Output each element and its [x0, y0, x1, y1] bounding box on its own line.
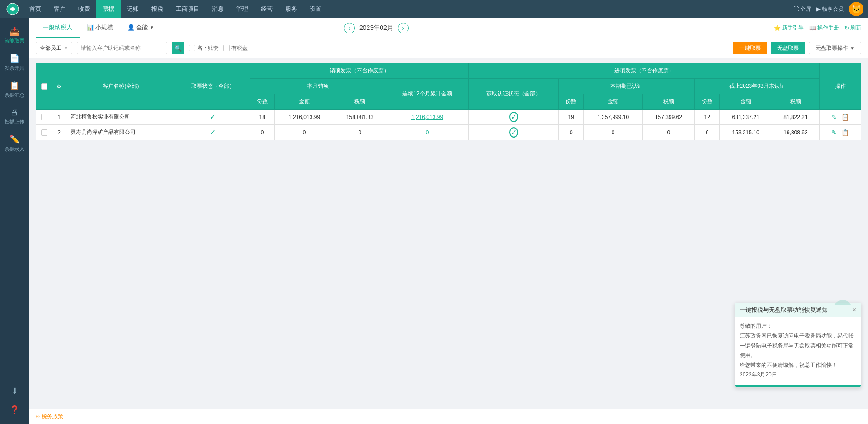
avatar-icon: 🐱 — [851, 4, 861, 14]
row-cumulative-1: 0 — [386, 125, 469, 140]
notification-close-button[interactable]: × — [852, 306, 856, 314]
row-sales-tax-1: 0 — [334, 125, 386, 140]
sidebar-item-smart-ticket[interactable]: 📥 智能取票 — [0, 22, 29, 49]
notification-scroll-bar[interactable] — [735, 385, 861, 387]
nav-invoice[interactable]: 票据 — [96, 0, 121, 18]
header-checkbox-col — [36, 63, 52, 110]
row-cert-status-icon-1: ✓ — [469, 125, 559, 140]
invoice-issue-icon: 📄 — [9, 53, 19, 63]
table-row: 2 灵寿县尚泽矿产品有限公司 ✓ 0 0 0 0 ✓ 0 0 0 6 153,2… — [36, 125, 861, 140]
nav-home[interactable]: 首页 — [23, 0, 47, 18]
prev-month-button[interactable]: ‹ — [344, 23, 355, 33]
row-checkbox-0[interactable] — [36, 110, 52, 125]
row-take-status-1: ✓ — [176, 125, 250, 140]
tab-all-capable[interactable]: 👤 全能 ▼ — [120, 18, 161, 38]
cumulative-link-1[interactable]: 0 — [426, 129, 429, 136]
tax-disk-checkbox[interactable]: 有税盘 — [223, 44, 248, 52]
row-checkbox-1[interactable] — [36, 125, 52, 140]
cumulative-link-0[interactable]: 1,216,013.99 — [411, 114, 443, 120]
row-check-1[interactable] — [41, 129, 47, 136]
header-uncert-tax: 税额 — [772, 94, 819, 110]
sidebar-item-invoice-issue[interactable]: 📄 发票开具 — [0, 49, 29, 76]
refresh-button[interactable]: ↻ 刷新 — [844, 24, 861, 32]
fullscreen-button[interactable]: ⛶ 全屏 — [793, 5, 811, 13]
sidebar-item-help[interactable]: ❓ — [9, 400, 19, 419]
account-set-checkbox[interactable]: 名下账套 — [189, 44, 219, 52]
sub-tabs: 一般纳税人 📊 小规模 👤 全能 ▼ ‹ 2023年02月 › — [29, 18, 868, 38]
row-num-1: 2 — [52, 125, 66, 140]
no-disk-take-button[interactable]: 无盘取票 — [771, 42, 805, 54]
view-icon-0[interactable]: 📋 — [841, 114, 849, 121]
tab-general-taxpayer[interactable]: 一般纳税人 — [36, 18, 80, 38]
no-disk-ops-button[interactable]: 无盘取票操作 ▼ — [809, 42, 861, 54]
row-in-count-0: 19 — [559, 110, 584, 125]
edit-icon-1[interactable]: ✎ — [831, 129, 837, 136]
nav-bookkeeping[interactable]: 记账 — [121, 0, 145, 18]
nav-settings[interactable]: 设置 — [303, 0, 328, 18]
nav-manage[interactable]: 管理 — [230, 0, 255, 18]
tax-disk-check-box[interactable] — [223, 45, 230, 51]
row-sales-count-1: 0 — [250, 125, 275, 140]
customer-search-input[interactable] — [81, 45, 163, 51]
header-cert-count: 份数 — [559, 94, 584, 110]
manual-icon: 📖 — [809, 25, 816, 31]
row-action-0: ✎ 📋 — [820, 110, 861, 125]
sidebar-item-scan-upload[interactable]: 🖨 扫描上传 — [0, 103, 29, 130]
tax-policy-button[interactable]: ⊙ 税务政策 — [36, 413, 63, 420]
toolbar-right: 一键取票 无盘取票 无盘取票操作 ▼ — [733, 42, 861, 54]
manual-button[interactable]: 📖 操作手册 — [809, 24, 839, 32]
chevron-down-icon: ▼ — [150, 25, 154, 30]
header-sales-count: 份数 — [250, 94, 275, 110]
next-month-button[interactable]: › — [398, 23, 409, 33]
nav-fee[interactable]: 收费 — [72, 0, 96, 18]
sidebar-bottom: ⬇ ❓ — [9, 381, 19, 424]
header-purchase-group: 进项发票（不含作废票） — [469, 63, 820, 79]
guide-icon: ⭐ — [774, 25, 781, 31]
guide-button[interactable]: ⭐ 新手引导 — [774, 24, 804, 32]
employee-select[interactable]: 全部员工 ▼ — [36, 42, 72, 54]
small-scale-icon: 📊 — [87, 24, 94, 31]
row-num-0: 1 — [52, 110, 66, 125]
toolbar: 全部员工 ▼ 🔍 名下账套 有税盘 一键取票 — [29, 38, 868, 58]
row-in-tax-0: 157,399.62 — [642, 110, 694, 125]
header-cert-status: 获取认证状态（全部） — [469, 79, 559, 110]
row-customer-name-0: 河北柯鲁松实业有限公司 — [66, 110, 176, 125]
download-icon: ⬇ — [11, 386, 18, 396]
tab-small-scale[interactable]: 📊 小规模 — [80, 18, 120, 38]
invoice-summary-icon: 📋 — [9, 81, 19, 91]
nav-business[interactable]: 工商项目 — [170, 0, 206, 18]
sidebar: 📥 智能取票 📄 发票开具 📋 票据汇总 🖨 扫描上传 ✏️ 票据录入 — [0, 18, 29, 424]
nav-tax[interactable]: 报税 — [145, 0, 170, 18]
header-uncert-count: 份数 — [695, 94, 720, 110]
app-logo — [5, 1, 21, 17]
sidebar-item-invoice-summary[interactable]: 📋 票据汇总 — [0, 76, 29, 103]
header-sales-tax: 税额 — [334, 94, 386, 110]
sidebar-item-download[interactable]: ⬇ — [9, 381, 19, 400]
take-status-icon-1: ✓ — [210, 129, 216, 136]
invoice-entry-icon: ✏️ — [9, 134, 19, 144]
account-set-check-box[interactable] — [189, 45, 195, 51]
nav-customer[interactable]: 客户 — [47, 0, 72, 18]
one-click-take-button[interactable]: 一键取票 — [733, 42, 767, 54]
row-action-1: ✎ 📋 — [820, 125, 861, 140]
select-all-checkbox[interactable] — [41, 83, 47, 90]
user-avatar[interactable]: 🐱 — [849, 2, 863, 16]
take-status-icon-0: ✓ — [210, 113, 216, 121]
search-button[interactable]: 🔍 — [172, 42, 184, 54]
row-in-amount-1: 0 — [584, 125, 642, 140]
notification-body: 尊敬的用户： 江苏政务网已恢复访问电子税务局功能，易代账一键登陆电子税务局与无盘… — [735, 317, 861, 385]
setting-icon[interactable]: ⚙ — [57, 83, 61, 90]
sidebar-item-invoice-entry[interactable]: ✏️ 票据录入 — [0, 130, 29, 157]
notification-popup: 一键报税与无盘取票功能恢复通知 × 尊敬的用户： 江苏政务网已恢复访问电子税务局… — [735, 303, 861, 388]
sub-tabs-actions: ⭐ 新手引导 📖 操作手册 ↻ 刷新 — [774, 24, 861, 32]
row-check-0[interactable] — [41, 114, 47, 120]
month-navigation: ‹ 2023年02月 › — [344, 23, 409, 33]
row-un-count-1: 6 — [695, 125, 720, 140]
header-customer-name: 客户名称(全部) — [66, 63, 176, 110]
view-icon-1[interactable]: 📋 — [841, 129, 849, 136]
edit-icon-0[interactable]: ✎ — [831, 114, 837, 121]
nav-message[interactable]: 消息 — [206, 0, 230, 18]
member-button[interactable]: ▶ 畅享会员 — [816, 5, 844, 13]
nav-operation[interactable]: 经营 — [255, 0, 279, 18]
nav-service[interactable]: 服务 — [279, 0, 303, 18]
